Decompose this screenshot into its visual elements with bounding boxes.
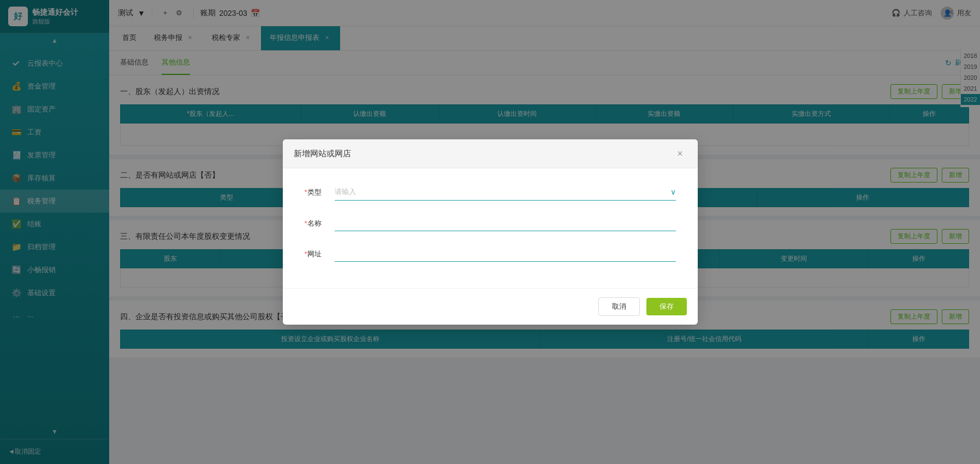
form-row-url: *网址 [305,246,676,262]
dialog-overlay[interactable]: 新增网站或网店 × *类型 请输入 ∨ [0,0,980,464]
form-row-name: *名称 [305,216,676,231]
cancel-button[interactable]: 取消 [598,297,640,316]
form-item-url: *网址 [305,246,676,262]
url-input-wrap [335,246,676,262]
name-input-wrap [335,216,676,231]
add-website-dialog: 新增网站或网店 × *类型 请输入 ∨ [283,139,698,325]
dialog-body: *类型 请输入 ∨ *名称 [283,168,698,288]
form-item-type: *类型 请输入 ∨ [305,184,676,201]
type-select-inner[interactable]: 请输入 ∨ [335,184,676,200]
type-select[interactable]: 请输入 ∨ [335,184,676,201]
dialog-header: 新增网站或网店 × [283,139,698,168]
form-row-type: *类型 请输入 ∨ [305,184,676,201]
type-label: *类型 [305,187,322,197]
dialog-footer: 取消 保存 [283,288,698,325]
name-input[interactable] [335,216,676,231]
url-input[interactable] [335,246,676,262]
dialog-title: 新增网站或网店 [294,149,351,159]
chevron-down-icon: ∨ [670,187,676,196]
name-label: *名称 [305,219,322,228]
dialog-close-btn[interactable]: × [674,147,687,160]
type-placeholder: 请输入 [335,187,356,197]
url-label: *网址 [305,249,322,259]
save-button[interactable]: 保存 [646,298,687,315]
form-item-name: *名称 [305,216,676,231]
